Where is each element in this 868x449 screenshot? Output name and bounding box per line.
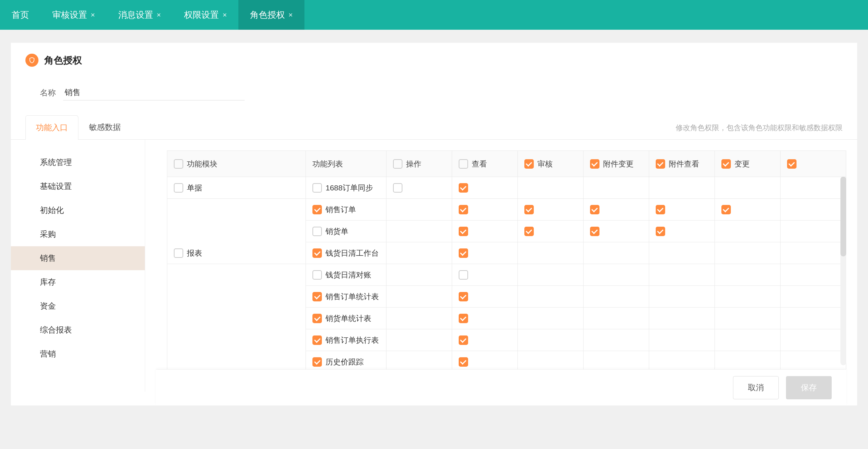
table-header — [780, 151, 846, 177]
sidebar-item[interactable]: 系统管理 — [11, 151, 145, 174]
module-sidebar: 系统管理基础设置初始化采购销售库存资金综合报表营销 — [11, 140, 145, 392]
sidebar-item[interactable]: 库存 — [11, 270, 145, 294]
function-label: 钱货日清工作台 — [326, 248, 379, 258]
checkbox[interactable] — [459, 335, 468, 345]
tab-label: 消息设置 — [118, 9, 153, 21]
checkbox[interactable] — [524, 205, 534, 214]
tab-label: 审核设置 — [52, 9, 87, 21]
checkbox[interactable] — [312, 227, 322, 236]
column-label: 功能列表 — [312, 159, 343, 169]
column-label: 附件查看 — [669, 159, 699, 169]
scrollbar-thumb[interactable] — [840, 177, 846, 256]
sidebar-item[interactable]: 初始化 — [11, 198, 145, 222]
checkbox[interactable] — [721, 205, 731, 214]
table-row: 销售订单执行表 — [167, 329, 846, 351]
name-input[interactable] — [63, 85, 245, 100]
tab-label: 首页 — [12, 9, 29, 21]
page-title: 角色授权 — [44, 54, 82, 67]
checkbox[interactable] — [393, 159, 402, 169]
nav-tab[interactable]: 消息设置× — [107, 0, 173, 30]
name-field-row: 名称 — [11, 78, 857, 115]
table-header: 查看 — [452, 151, 517, 177]
table-header: 功能模块 — [167, 151, 306, 177]
cancel-button[interactable]: 取消 — [733, 376, 779, 399]
checkbox[interactable] — [312, 205, 322, 214]
function-label: 1688订单同步 — [326, 183, 373, 193]
permission-table-wrap: 功能模块功能列表操作查看审核附件变更附件查看变更 单据1688订单同步销售订单销… — [145, 140, 857, 392]
checkbox[interactable] — [721, 159, 731, 169]
checkbox[interactable] — [312, 270, 322, 280]
checkbox[interactable] — [312, 357, 322, 367]
table-header: 审核 — [517, 151, 583, 177]
close-icon[interactable]: × — [91, 11, 95, 19]
table-row: 销售订单 — [167, 199, 846, 221]
sidebar-item[interactable]: 营销 — [11, 342, 145, 366]
save-button[interactable]: 保存 — [786, 376, 832, 399]
checkbox[interactable] — [459, 248, 468, 258]
sidebar-item[interactable]: 综合报表 — [11, 318, 145, 342]
checkbox[interactable] — [590, 205, 599, 214]
tab-label: 权限设置 — [184, 9, 219, 21]
close-icon[interactable]: × — [157, 11, 161, 19]
close-icon[interactable]: × — [288, 11, 293, 19]
sidebar-item[interactable]: 销售 — [11, 246, 145, 270]
checkbox[interactable] — [459, 159, 468, 169]
checkbox[interactable] — [174, 183, 183, 193]
column-label: 查看 — [472, 159, 487, 169]
checkbox[interactable] — [590, 159, 599, 169]
checkbox[interactable] — [312, 335, 322, 345]
vertical-scrollbar[interactable] — [840, 177, 846, 365]
checkbox[interactable] — [459, 227, 468, 236]
nav-tab[interactable]: 权限设置× — [172, 0, 238, 30]
table-row: 销货单统计表 — [167, 308, 846, 329]
checkbox[interactable] — [459, 357, 468, 367]
column-label: 操作 — [406, 159, 421, 169]
checkbox[interactable] — [459, 314, 468, 323]
checkbox[interactable] — [459, 292, 468, 301]
nav-tab[interactable]: 角色授权× — [238, 0, 304, 30]
checkbox[interactable] — [312, 314, 322, 323]
checkbox[interactable] — [312, 183, 322, 193]
sidebar-item[interactable]: 基础设置 — [11, 174, 145, 198]
close-icon[interactable]: × — [222, 11, 227, 19]
nav-tab[interactable]: 审核设置× — [41, 0, 107, 30]
function-label: 销货单统计表 — [326, 313, 371, 324]
footer-bar: 取消 保存 — [156, 369, 846, 405]
subtab[interactable]: 敏感数据 — [78, 115, 131, 139]
column-label: 附件变更 — [603, 159, 634, 169]
column-label: 变更 — [734, 159, 750, 169]
sidebar-item[interactable]: 资金 — [11, 294, 145, 318]
sidebar-item[interactable]: 采购 — [11, 222, 145, 246]
checkbox[interactable] — [312, 248, 322, 258]
checkbox[interactable] — [787, 159, 797, 169]
content-area: 系统管理基础设置初始化采购销售库存资金综合报表营销 功能模块功能列表操作查看审核… — [11, 140, 857, 392]
checkbox[interactable] — [590, 227, 599, 236]
table-header: 操作 — [386, 151, 452, 177]
checkbox[interactable] — [524, 159, 534, 169]
shield-icon — [25, 54, 38, 67]
column-label: 功能模块 — [187, 159, 217, 169]
checkbox[interactable] — [393, 183, 402, 193]
function-label: 销售订单执行表 — [326, 335, 379, 345]
main-panel: 角色授权 名称 功能入口敏感数据 修改角色权限，包含该角色功能权限和敏感数据权限… — [11, 43, 857, 405]
group-label: 报表 — [187, 248, 202, 258]
nav-tab[interactable]: 首页 — [0, 0, 41, 30]
checkbox[interactable] — [312, 292, 322, 301]
hint-text: 修改角色权限，包含该角色功能权限和敏感数据权限 — [676, 123, 843, 139]
checkbox[interactable] — [524, 227, 534, 236]
subtab-row: 功能入口敏感数据 修改角色权限，包含该角色功能权限和敏感数据权限 — [11, 115, 857, 140]
checkbox[interactable] — [459, 270, 468, 280]
checkbox[interactable] — [174, 248, 183, 258]
function-label: 销售订单 — [326, 205, 356, 215]
checkbox[interactable] — [459, 183, 468, 193]
checkbox[interactable] — [656, 227, 665, 236]
checkbox[interactable] — [656, 159, 665, 169]
top-nav: 首页审核设置×消息设置×权限设置×角色授权× — [0, 0, 868, 30]
table-row: 钱货日清对账 — [167, 264, 846, 286]
checkbox[interactable] — [656, 205, 665, 214]
function-label: 历史价跟踪 — [326, 357, 364, 367]
subtab[interactable]: 功能入口 — [25, 115, 78, 140]
checkbox[interactable] — [174, 159, 183, 169]
checkbox[interactable] — [459, 205, 468, 214]
function-label: 销售订单统计表 — [326, 292, 379, 302]
